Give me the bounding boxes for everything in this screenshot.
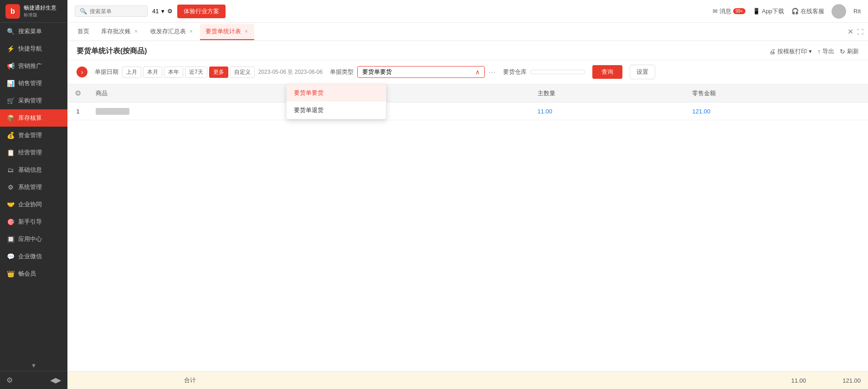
top-search-input[interactable] xyxy=(90,8,135,15)
sidebar-item-label: 系统管理 xyxy=(18,183,42,191)
basic-icon: 🗂 xyxy=(6,166,15,174)
date-btn-thismonth[interactable]: 本月 xyxy=(143,67,162,78)
row-product: ████████ xyxy=(88,102,319,120)
date-btn-7days[interactable]: 近7天 xyxy=(185,67,207,78)
sidebar-item-marketing[interactable]: 📢 营销推广 xyxy=(0,57,67,75)
message-icon: ✉ xyxy=(713,8,718,15)
top-header-left: 🔍 41 ▾ ⚙ 体验行业方案 xyxy=(75,5,226,18)
online-service-action[interactable]: 🎧 在线客服 xyxy=(791,7,824,15)
sidebar-item-search[interactable]: 🔍 搜索菜单 xyxy=(0,23,67,40)
settings-filter-button[interactable]: 设置 xyxy=(630,65,655,79)
date-btn-custom[interactable]: 自定义 xyxy=(230,67,255,78)
sidebar-item-finance[interactable]: 💰 资金管理 xyxy=(0,127,67,144)
dropdown-item-0[interactable]: 要货单要货 xyxy=(287,84,386,102)
sidebar-item-weixin[interactable]: 💬 企业微信 xyxy=(0,248,67,265)
app-download-action[interactable]: 📱 App下载 xyxy=(753,7,784,15)
tab-settings-icon[interactable]: ⚙ xyxy=(167,8,173,15)
filter-expand-btn[interactable]: › xyxy=(77,67,87,77)
messages-action[interactable]: ✉ 消息 99+ xyxy=(713,7,745,15)
doc-type-arrow[interactable]: ∧ xyxy=(475,68,480,76)
col-settings-icon[interactable]: ⚙ xyxy=(75,89,81,97)
sidebar: b 畅捷通好生意 标准版 🔍 搜索菜单 ⚡ 快捷导航 📢 营销推广 📊 销售管理… xyxy=(0,0,67,389)
print-action[interactable]: 🖨 按模板打印 ▾ xyxy=(769,47,812,56)
sidebar-item-quicknav[interactable]: ⚡ 快捷导航 xyxy=(0,40,67,57)
doc-type-filter-group: 单据类型 ∧ ⋯ xyxy=(330,66,496,78)
sidebar-item-label: 快捷导航 xyxy=(18,45,42,53)
doc-type-dropdown: 要货单要货 要货单退货 xyxy=(286,84,386,119)
warehouse-filter-group: 要货仓库 xyxy=(503,68,585,76)
close-all-tabs-icon[interactable]: ✕ xyxy=(847,27,853,36)
date-filter-group: 单据日期 上月 本月 本年 近7天 更多 自定义 2023-05-06 至 20… xyxy=(95,67,323,78)
sidebar-item-basic[interactable]: 🗂 基础信息 xyxy=(0,161,67,179)
doc-type-label: 单据类型 xyxy=(330,68,354,76)
sidebar-bottom: ⚙ ◀▶ xyxy=(0,371,67,389)
row-amount: 121.00 xyxy=(685,102,868,120)
sidebar-item-label: 销售管理 xyxy=(18,79,42,87)
sidebar-item-sales[interactable]: 📊 销售管理 xyxy=(0,75,67,92)
dropdown-item-1[interactable]: 要货单退货 xyxy=(287,102,386,119)
expand-tabs-icon[interactable]: ⛶ xyxy=(857,28,863,36)
trial-button[interactable]: 体验行业方案 xyxy=(177,5,226,18)
doc-type-select[interactable]: ∧ xyxy=(357,66,485,78)
tab-order-stats-label: 要货单统计表 xyxy=(205,27,241,36)
sidebar-item-label: 企业协同 xyxy=(18,200,42,209)
sidebar-nav: 🔍 搜索菜单 ⚡ 快捷导航 📢 营销推广 📊 销售管理 🛒 采购管理 📦 库存核… xyxy=(0,23,67,360)
row-qty: 11.00 xyxy=(530,102,685,120)
date-btn-more[interactable]: 更多 xyxy=(209,67,228,78)
doc-type-input[interactable] xyxy=(362,69,475,76)
guide-icon: 🎯 xyxy=(6,218,15,226)
tab-collect-issue[interactable]: 收发存汇总表 × xyxy=(145,24,199,40)
user-avatar[interactable] xyxy=(832,4,846,19)
doc-type-more-icon[interactable]: ⋯ xyxy=(488,68,496,77)
date-range-text: 2023-05-06 至 2023-06-06 xyxy=(258,68,323,76)
sidebar-item-purchase[interactable]: 🛒 采购管理 xyxy=(0,92,67,109)
sidebar-item-inventory[interactable]: 📦 库存核算 xyxy=(0,109,67,127)
tab-inventory-batch-label: 库存批次账 xyxy=(101,27,131,36)
inventory-icon: 📦 xyxy=(6,114,15,122)
sidebar-item-label: 库存核算 xyxy=(18,114,42,122)
weixin-icon: 💬 xyxy=(6,252,15,261)
warehouse-select[interactable] xyxy=(530,70,585,74)
sidebar-item-system[interactable]: ⚙ 系统管理 xyxy=(0,179,67,196)
sidebar-item-collab[interactable]: 🤝 企业协同 xyxy=(0,196,67,213)
date-btn-lastmonth[interactable]: 上月 xyxy=(122,67,141,78)
collapse-sidebar-icon[interactable]: ◀▶ xyxy=(50,376,61,384)
top-search-bar[interactable]: 🔍 xyxy=(75,5,148,17)
tab-count-value: 41 xyxy=(152,8,159,15)
refresh-action[interactable]: ↻ 刷新 xyxy=(840,47,859,56)
sidebar-item-label: 基础信息 xyxy=(18,166,42,174)
col-qty: 主数量 xyxy=(530,84,685,102)
settings-icon[interactable]: ⚙ xyxy=(6,376,13,384)
page-actions: 🖨 按模板打印 ▾ ↑ 导出 ↻ 刷新 xyxy=(769,47,859,56)
service-icon: 🎧 xyxy=(791,8,799,15)
tab-collect-issue-close[interactable]: × xyxy=(189,28,194,35)
sidebar-item-guide[interactable]: 🎯 新手引导 xyxy=(0,213,67,230)
footer-amount: 121.00 xyxy=(815,377,861,384)
date-btn-thisyear[interactable]: 本年 xyxy=(164,67,183,78)
row-qty-link[interactable]: 11.00 xyxy=(538,108,553,115)
user-name: Rit xyxy=(853,8,861,15)
col-settings: ⚙ xyxy=(67,84,88,102)
sidebar-item-apps[interactable]: 🔲 应用中心 xyxy=(0,230,67,248)
tab-order-stats[interactable]: 要货单统计表 × xyxy=(200,24,254,40)
col-product: 商品 xyxy=(88,84,319,102)
tab-inventory-batch-close[interactable]: × xyxy=(134,28,139,35)
tab-home[interactable]: 首页 xyxy=(72,24,95,40)
product-blurred: ████████ xyxy=(96,108,129,115)
apps-icon: 🔲 xyxy=(6,235,15,243)
tab-dropdown-arrow[interactable]: ▾ xyxy=(161,8,164,15)
sidebar-item-label: 搜索菜单 xyxy=(18,27,42,36)
search-button[interactable]: 查询 xyxy=(592,65,622,79)
search-icon: 🔍 xyxy=(6,27,15,36)
print-icon: 🖨 xyxy=(769,48,776,55)
row-amount-link[interactable]: 121.00 xyxy=(692,108,710,115)
sidebar-item-operations[interactable]: 📋 经营管理 xyxy=(0,144,67,161)
sidebar-item-member[interactable]: 👑 畅会员 xyxy=(0,265,67,282)
tab-inventory-batch[interactable]: 库存批次账 × xyxy=(96,24,144,40)
tab-order-stats-close[interactable]: × xyxy=(244,28,249,35)
sales-icon: 📊 xyxy=(6,79,15,87)
logo-text: 畅捷通好生意 标准版 xyxy=(24,4,56,18)
sidebar-scroll-down[interactable]: ▼ xyxy=(0,360,67,371)
export-action[interactable]: ↑ 导出 xyxy=(817,47,834,56)
print-dropdown-icon[interactable]: ▾ xyxy=(809,48,812,55)
